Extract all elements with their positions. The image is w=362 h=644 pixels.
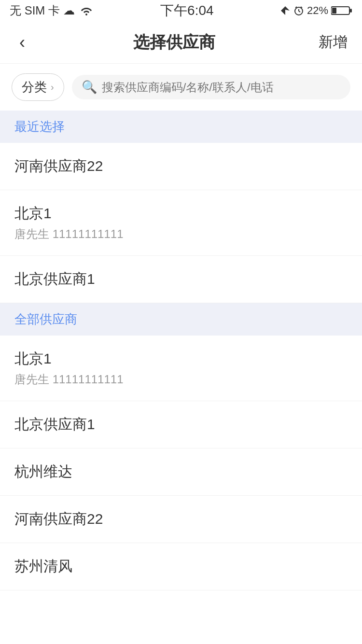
status-left: 无 SIM 卡 ☁ <box>10 3 94 18</box>
list-item[interactable]: 河南供应商22 <box>0 496 362 543</box>
svg-rect-6 <box>332 8 336 14</box>
chevron-right-icon: › <box>51 82 54 93</box>
item-name: 杭州维达 <box>14 462 348 482</box>
recent-items-list: 河南供应商22 北京1 唐先生 11111111111 北京供应商1 <box>0 143 362 303</box>
all-section-label: 全部供应商 <box>14 312 77 326</box>
item-detail: 唐先生 11111111111 <box>14 226 348 242</box>
page-title: 选择供应商 <box>133 31 215 54</box>
status-time: 下午6:04 <box>160 1 214 20</box>
all-section-header: 全部供应商 <box>0 303 362 336</box>
list-item[interactable]: 北京供应商1 <box>0 256 362 303</box>
filter-bar: 分类 › 🔍 <box>0 64 362 111</box>
item-name: 苏州清风 <box>14 557 348 576</box>
location-icon <box>280 5 291 16</box>
battery-icon <box>331 5 352 16</box>
recent-section-label: 最近选择 <box>14 119 65 134</box>
wifi-icon <box>79 5 94 16</box>
status-right: 22% <box>280 4 352 17</box>
item-name: 北京1 <box>14 349 348 369</box>
back-button[interactable]: ‹ <box>14 28 30 57</box>
list-item[interactable]: 北京1 唐先生 11111111111 <box>0 190 362 256</box>
search-input[interactable] <box>102 81 341 94</box>
list-item[interactable]: 苏州清风 <box>0 543 362 590</box>
alarm-icon <box>293 5 304 16</box>
list-item[interactable]: 北京1 唐先生 11111111111 <box>0 336 362 401</box>
all-items-list: 北京1 唐先生 11111111111 北京供应商1 杭州维达 河南供应商22 … <box>0 336 362 590</box>
status-bar: 无 SIM 卡 ☁ 下午6:04 22% <box>0 0 362 21</box>
item-name: 河南供应商22 <box>14 156 348 176</box>
item-name: 北京1 <box>14 204 348 224</box>
item-name: 北京供应商1 <box>14 269 348 289</box>
svg-rect-7 <box>350 9 352 13</box>
add-button[interactable]: 新增 <box>319 32 348 52</box>
category-label: 分类 <box>22 79 47 96</box>
search-icon: 🔍 <box>82 80 97 95</box>
item-name: 河南供应商22 <box>14 509 348 529</box>
list-item[interactable]: 河南供应商22 <box>0 143 362 190</box>
nav-bar: ‹ 选择供应商 新增 <box>0 21 362 64</box>
item-detail: 唐先生 11111111111 <box>14 372 348 387</box>
sim-status: 无 SIM 卡 ☁ <box>10 3 75 18</box>
list-item[interactable]: 北京供应商1 <box>0 401 362 448</box>
recent-section-header: 最近选择 <box>0 111 362 143</box>
battery-label: 22% <box>307 4 328 17</box>
svg-line-2 <box>299 11 300 12</box>
item-name: 北京供应商1 <box>14 415 348 434</box>
search-box[interactable]: 🔍 <box>72 75 350 99</box>
list-item[interactable]: 杭州维达 <box>0 448 362 496</box>
category-button[interactable]: 分类 › <box>12 73 64 101</box>
